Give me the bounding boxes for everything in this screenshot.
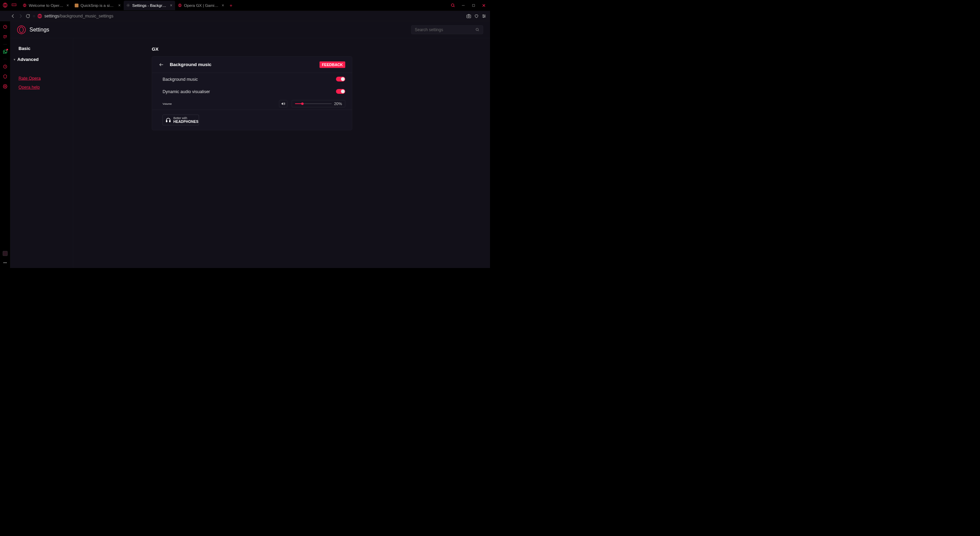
row-volume: Volume 20% [152, 98, 352, 110]
nav-basic[interactable]: Basic [19, 46, 65, 51]
section-heading: GX [152, 46, 490, 52]
nav-rate-opera[interactable]: Rate Opera [19, 76, 65, 81]
titlebar: Welcome to Opera GX! × QuickSnip is a si… [0, 0, 490, 11]
search-icon [476, 28, 480, 32]
minimize-button[interactable] [461, 3, 466, 8]
search-input[interactable] [415, 27, 476, 32]
page-title: Settings [29, 27, 49, 33]
svg-point-29 [5, 86, 5, 87]
sidebar-separator [3, 44, 7, 44]
volume-percent: 20% [334, 101, 342, 106]
feedback-button[interactable]: FEEDBACK [319, 61, 345, 68]
reload-button[interactable] [26, 14, 30, 18]
svg-point-16 [39, 14, 40, 17]
settings-content: GX Background music FEEDBACK Background … [73, 38, 490, 268]
settings-sidebar: Basic ▾ Advanced Rate Opera Opera help [10, 38, 73, 268]
toggle-visualiser[interactable] [336, 89, 345, 94]
svg-line-31 [478, 30, 479, 31]
close-icon[interactable]: × [170, 3, 172, 8]
new-tab-button[interactable]: + [229, 3, 232, 8]
opera-menu-icon[interactable] [3, 3, 8, 8]
nav-opera-help[interactable]: Opera help [19, 85, 65, 90]
left-sidebar: ••• [0, 21, 10, 268]
extensions-icon[interactable] [2, 74, 8, 79]
tab-title: QuickSnip is a simple scree [81, 3, 115, 8]
settings-icon[interactable] [2, 84, 8, 89]
quicksnip-icon [75, 3, 78, 7]
player-icon[interactable] [3, 251, 8, 256]
history-icon[interactable] [2, 64, 8, 69]
back-button[interactable] [11, 14, 16, 19]
home-button[interactable]: ⊡ [33, 14, 35, 18]
headphones-big: HEADPHONES [173, 120, 199, 124]
panel-back-button[interactable] [159, 62, 164, 67]
svg-point-6 [128, 5, 129, 6]
search-settings-field[interactable] [411, 25, 483, 34]
svg-rect-12 [473, 5, 474, 6]
close-icon[interactable]: × [222, 3, 224, 8]
label: Background music [163, 77, 198, 82]
tab-gaming-browser[interactable]: Opera GX | Gaming Browse × [175, 1, 227, 10]
caret-down-icon: ▾ [14, 57, 16, 61]
window-close-button[interactable] [481, 3, 487, 8]
settings-header: Settings [10, 21, 490, 38]
opera-logo [17, 25, 26, 34]
label: Volume [163, 102, 172, 105]
tab-welcome[interactable]: Welcome to Opera GX! × [20, 1, 72, 10]
url-text[interactable]: settings/background_music_settings [45, 14, 114, 19]
search-tabs-icon[interactable] [450, 3, 456, 8]
row-background-music: Background music [152, 73, 352, 85]
gear-icon [126, 3, 130, 7]
svg-point-22 [483, 14, 484, 15]
svg-rect-34 [169, 121, 170, 122]
headphones-icon [165, 117, 171, 123]
tab-title: Settings - Background mus [132, 3, 167, 8]
svg-point-18 [468, 16, 470, 17]
tab-title: Welcome to Opera GX! [29, 3, 64, 8]
svg-point-5 [24, 4, 25, 6]
svg-point-9 [451, 4, 454, 6]
opera-icon [23, 3, 27, 7]
tab-settings[interactable]: Settings - Background mus × [124, 1, 175, 10]
svg-point-8 [179, 4, 180, 6]
gx-controller-icon[interactable] [12, 3, 17, 8]
whatsapp-icon[interactable] [2, 49, 8, 54]
sidebar-more-icon[interactable]: ••• [3, 261, 7, 265]
toggle-background-music[interactable] [336, 77, 345, 81]
headphones-badge: Better with HEADPHONES [163, 115, 199, 125]
svg-point-23 [485, 16, 485, 16]
mute-button[interactable] [279, 100, 288, 107]
easy-setup-icon[interactable] [482, 14, 486, 18]
volume-slider[interactable]: 20% [292, 100, 345, 107]
panel-title: Background music [170, 62, 212, 67]
label: Dynamic audio visualiser [163, 89, 210, 94]
close-icon[interactable]: × [118, 3, 121, 8]
svg-point-30 [476, 28, 478, 30]
svg-point-1 [5, 3, 6, 6]
nav-advanced[interactable]: ▾ Advanced [14, 57, 65, 62]
speed-dial-icon[interactable] [2, 24, 8, 29]
maximize-button[interactable] [471, 3, 476, 8]
tab-strip: Welcome to Opera GX! × QuickSnip is a si… [20, 1, 232, 10]
tab-title: Opera GX | Gaming Browse [184, 3, 219, 8]
sidebar-separator [3, 59, 7, 60]
snapshot-icon[interactable] [466, 14, 471, 18]
row-visualiser: Dynamic audio visualiser [152, 85, 352, 98]
svg-rect-33 [166, 121, 167, 122]
close-icon[interactable]: × [67, 3, 69, 8]
headphones-small: Better with [173, 116, 199, 119]
twitch-icon[interactable] [2, 34, 8, 40]
site-identity-icon[interactable] [38, 14, 42, 18]
svg-point-24 [483, 17, 484, 17]
slider-thumb[interactable] [301, 102, 304, 105]
forward-button[interactable] [18, 14, 23, 19]
opera-icon [178, 3, 182, 7]
svg-point-3 [15, 5, 16, 5]
svg-point-2 [13, 5, 13, 5]
heart-icon[interactable] [474, 14, 479, 18]
tab-quicksnip[interactable]: QuickSnip is a simple scree × [72, 1, 123, 10]
svg-line-10 [454, 6, 455, 7]
background-music-panel: Background music FEEDBACK Background mus… [152, 57, 352, 130]
address-bar: ⊡ settings/background_music_settings [0, 11, 490, 21]
